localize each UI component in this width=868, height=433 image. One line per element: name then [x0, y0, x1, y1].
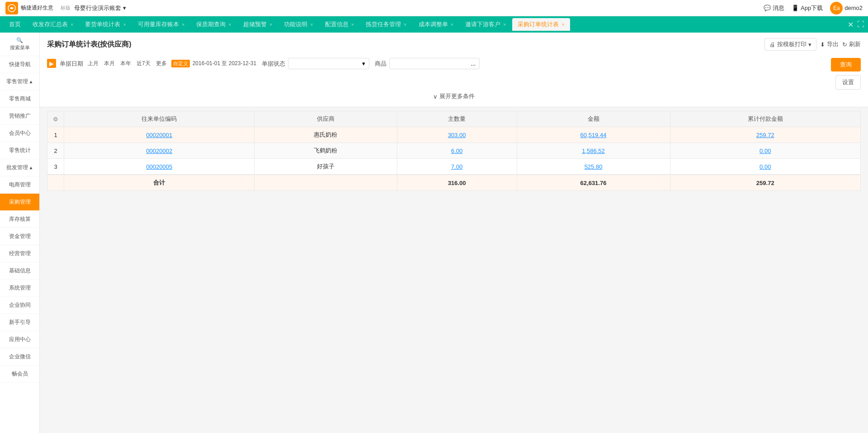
tab-label: 邀请下游客户 — [465, 20, 500, 29]
chevron-icon: ▲ — [29, 79, 33, 84]
close-icon[interactable]: × — [310, 22, 313, 27]
table-row: 2 00020002 飞鹤奶粉 6.00 1,586.52 0.00 — [47, 143, 861, 159]
sidebar-item-retail-mgmt[interactable]: 零售管理▲ — [0, 73, 39, 90]
col-paid-header: 累计付款金额 — [670, 111, 861, 127]
sidebar-item-corp[interactable]: 企业协同 — [0, 297, 39, 314]
close-icon[interactable]: × — [123, 22, 126, 27]
footer-label: 合计 — [64, 175, 255, 191]
row-qty[interactable]: 303.00 — [397, 127, 517, 143]
top-bar-right: 💬 消息 📱 App下载 Ea demo2 — [764, 2, 863, 14]
row-code[interactable]: 00020005 — [64, 159, 255, 175]
sidebar-item-ops[interactable]: 经营管理 — [0, 245, 39, 262]
row-paid[interactable]: 259.72 — [670, 127, 861, 143]
workspace-label: 母婴行业演示账套 — [74, 4, 121, 12]
shortcut-last-month[interactable]: 上月 — [86, 59, 100, 68]
tab-jianhuo[interactable]: 拣货任务管理 × — [360, 18, 412, 31]
tab-label: 首页 — [9, 20, 21, 29]
date-shortcuts: 上月 本月 本年 近7天 更多 — [86, 59, 169, 68]
sidebar-item-basic[interactable]: 基础信息 — [0, 262, 39, 280]
tab-label: 收发存汇总表 — [33, 20, 68, 29]
top-bar: 畅捷通好生意 标版 母婴行业演示账套 ▾ 💬 消息 📱 App下载 Ea dem… — [0, 0, 868, 16]
sidebar-item-search[interactable]: 🔍 搜索菜单 — [0, 33, 39, 56]
tab-shoufacun[interactable]: 收发存汇总表 × — [27, 18, 79, 31]
close-icon[interactable]: × — [404, 22, 406, 27]
ellipsis-icon: ... — [471, 60, 476, 67]
settings-button[interactable]: 设置 — [835, 75, 861, 90]
sidebar-item-guide[interactable]: 新手引导 — [0, 314, 39, 331]
close-icon[interactable]: × — [503, 22, 506, 27]
row-amount[interactable]: 1,586.52 — [517, 143, 670, 159]
sidebar-item-retail-stats[interactable]: 零售统计 — [0, 142, 39, 159]
row-qty[interactable]: 7.00 — [397, 159, 517, 175]
close-icon[interactable]: × — [269, 22, 272, 27]
sidebar-item-system[interactable]: 系统管理 — [0, 280, 39, 297]
status-select[interactable]: ▾ — [288, 58, 369, 69]
workspace-selector[interactable]: 母婴行业演示账套 ▾ — [74, 4, 126, 12]
shortcut-this-year[interactable]: 本年 — [118, 59, 133, 68]
query-button[interactable]: 查询 — [831, 58, 861, 71]
sidebar-item-appcenter[interactable]: 应用中心 — [0, 331, 39, 348]
close-icon[interactable]: × — [182, 22, 184, 27]
close-icon[interactable]: × — [228, 22, 231, 27]
app-download-button[interactable]: 📱 App下载 — [792, 4, 823, 12]
chevron-down-icon: ∨ — [433, 93, 438, 100]
close-icon[interactable]: × — [351, 22, 354, 27]
sidebar-item-finance[interactable]: 资金管理 — [0, 228, 39, 245]
tab-yaoqing[interactable]: 邀请下游客户 × — [460, 18, 511, 31]
row-code[interactable]: 00020001 — [64, 127, 255, 143]
sidebar-item-member[interactable]: 会员中心 — [0, 125, 39, 142]
row-amount[interactable]: 525.80 — [517, 159, 670, 175]
col-qty-header: 主数量 — [397, 111, 517, 127]
sidebar-item-inventory[interactable]: 库存核算 — [0, 211, 39, 228]
tab-home[interactable]: 首页 — [4, 18, 26, 31]
sidebar-item-wechat[interactable]: 企业微信 — [0, 348, 39, 366]
tab-kuyong[interactable]: 可用量库存账本 × — [132, 18, 190, 31]
refresh-button[interactable]: ↻ 刷新 — [842, 40, 861, 48]
message-button[interactable]: 💬 消息 — [764, 4, 784, 12]
shortcut-this-month[interactable]: 本月 — [102, 59, 117, 68]
export-button[interactable]: ⬇ 导出 — [820, 40, 839, 48]
tab-gongneng[interactable]: 功能说明 × — [278, 18, 318, 31]
page-actions: 🖨 按模板打印 ▾ ⬇ 导出 ↻ 刷新 — [764, 38, 861, 51]
tab-close-all[interactable]: ✕ — [848, 20, 854, 29]
expand-button[interactable]: ∨ 展开更多条件 — [433, 92, 475, 100]
sidebar-item-ecom[interactable]: 电商管理 — [0, 176, 39, 194]
tab-expand-icon[interactable]: ⛶ — [857, 20, 864, 29]
table-settings-icon[interactable]: ⚙ — [53, 116, 58, 123]
print-button[interactable]: 🖨 按模板打印 ▾ — [764, 38, 816, 51]
row-paid[interactable]: 0.00 — [670, 143, 861, 159]
row-qty[interactable]: 6.00 — [397, 143, 517, 159]
search-icon: 🔍 — [16, 37, 23, 43]
sidebar-item-quicknav[interactable]: 快捷导航 — [0, 56, 39, 73]
filter-toggle[interactable]: ▶ — [47, 59, 56, 68]
shortcut-7days[interactable]: 近7天 — [135, 59, 152, 68]
filter-main-row: ▶ 单据日期 上月 本月 本年 近7天 更多 自定义 2016-01-01 至 … — [47, 58, 861, 90]
status-filter-group: 单据状态 ▾ — [262, 58, 369, 69]
row-amount[interactable]: 60,519.44 — [517, 127, 670, 143]
user-menu[interactable]: Ea demo2 — [830, 2, 863, 14]
tab-caigou-active[interactable]: 采购订单统计表 × — [512, 18, 570, 31]
row-code[interactable]: 00020002 — [64, 143, 255, 159]
sidebar-item-retail-shop[interactable]: 零售商城 — [0, 90, 39, 108]
tab-peizhi[interactable]: 配置信息 × — [320, 18, 359, 31]
sidebar-item-marketing[interactable]: 营销推广 — [0, 108, 39, 125]
tab-baozhi[interactable]: 保质期查询 × — [191, 18, 236, 31]
tab-yaohuo[interactable]: 要货单统计表 × — [80, 18, 131, 31]
close-icon[interactable]: × — [71, 22, 73, 27]
sidebar: 🔍 搜索菜单 快捷导航 零售管理▲ 零售商城 营销推广 会员中心 零售统计 批发… — [0, 33, 40, 433]
shortcut-more[interactable]: 更多 — [154, 59, 169, 68]
filter-area: ▶ 单据日期 上月 本月 本年 近7天 更多 自定义 2016-01-01 至 … — [40, 54, 868, 107]
table-row: 1 00020001 惠氏奶粉 303.00 60,519.44 259.72 — [47, 127, 861, 143]
avatar: Ea — [830, 2, 843, 14]
sidebar-item-member2[interactable]: 畅会员 — [0, 366, 39, 383]
row-paid[interactable]: 0.00 — [670, 159, 861, 175]
sidebar-item-wholesale[interactable]: 批发管理▲ — [0, 159, 39, 176]
close-icon[interactable]: × — [561, 22, 564, 27]
sidebar-item-purchase[interactable]: 采购管理 — [0, 194, 39, 211]
goods-input[interactable]: ... — [389, 58, 480, 69]
close-icon[interactable]: × — [451, 22, 453, 27]
tab-chaochu[interactable]: 超储预警 × — [238, 18, 278, 31]
chevron-icon: ▲ — [29, 165, 33, 170]
row-no: 1 — [47, 127, 64, 143]
tab-chengben[interactable]: 成本调整单 × — [413, 18, 459, 31]
